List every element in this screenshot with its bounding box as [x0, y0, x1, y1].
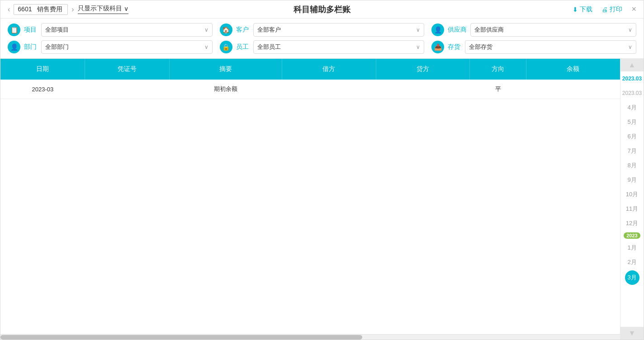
- cell-credit: [376, 80, 470, 99]
- employee-value: 全部员工: [257, 43, 281, 51]
- th-direction: 方向: [470, 59, 526, 80]
- employee-label: 员工: [236, 43, 250, 51]
- table-wrapper[interactable]: 日期 凭证号 摘要 借方 贷方 方向 余额 2023-03: [0, 59, 620, 334]
- sidebar-month-5[interactable]: 5月: [620, 115, 644, 129]
- scrollbar-track: [0, 335, 620, 340]
- sidebar-month-10[interactable]: 10月: [620, 187, 644, 202]
- employee-select[interactable]: 全部员工 ∨: [253, 40, 425, 54]
- supplier-arrow: ∨: [628, 27, 632, 33]
- project-label: 项目: [24, 26, 38, 34]
- cell-date: 2023-03: [0, 80, 85, 99]
- sidebar-month-7[interactable]: 7月: [620, 144, 644, 158]
- filter-supplier: 👤 供应商 全部供应商 ∨: [431, 23, 636, 37]
- next-account-arrow[interactable]: ›: [71, 5, 74, 14]
- filter-project: 📋 项目 全部项目 ∨: [8, 23, 213, 37]
- customer-select[interactable]: 全部客户 ∨: [253, 23, 425, 37]
- table-header: 日期 凭证号 摘要 借方 贷方 方向 余额: [0, 59, 620, 80]
- sidebar-down-arrow[interactable]: ▼: [620, 327, 644, 340]
- department-value: 全部部门: [45, 43, 69, 51]
- th-balance: 余额: [526, 59, 620, 80]
- th-date: 日期: [0, 59, 85, 80]
- print-button[interactable]: 🖨 打印: [601, 5, 622, 14]
- th-debit: 借方: [282, 59, 376, 80]
- sidebar-month-3-container[interactable]: 3月: [620, 269, 644, 286]
- sidebar-month-6[interactable]: 6月: [620, 129, 644, 144]
- download-icon: ⬇: [573, 6, 578, 13]
- th-credit: 贷方: [376, 59, 470, 80]
- account-label: 6601 销售费用: [14, 4, 68, 15]
- supplier-label: 供应商: [448, 26, 467, 34]
- main-window: ‹ 6601 销售费用 › 只显示下级科目 ∨ 科目辅助多栏账 ⬇ 下载 🖨 打…: [0, 0, 644, 340]
- filter-department: 👤 部门 全部部门 ∨: [8, 40, 213, 54]
- sidebar-month-3-active[interactable]: 3月: [625, 270, 639, 285]
- th-voucher: 凭证号: [85, 59, 170, 80]
- sidebar-month-2023-03-top[interactable]: 2023.03: [620, 71, 644, 86]
- project-arrow: ∨: [204, 27, 208, 33]
- project-select[interactable]: 全部项目 ∨: [41, 23, 213, 37]
- filter-employee: 🔒 员工 全部员工 ∨: [220, 40, 425, 54]
- department-label: 部门: [24, 43, 38, 51]
- department-select[interactable]: 全部部门 ∨: [41, 40, 213, 54]
- sidebar-up-arrow[interactable]: ▲: [620, 59, 644, 71]
- download-button[interactable]: ⬇ 下载: [573, 5, 592, 14]
- supplier-value: 全部供应商: [474, 26, 504, 34]
- title-bar-right: ⬇ 下载 🖨 打印 ×: [573, 5, 636, 14]
- inventory-icon: 📥: [431, 41, 444, 53]
- scrollbar-thumb[interactable]: [0, 335, 362, 340]
- sidebar-month-9[interactable]: 9月: [620, 173, 644, 187]
- supplier-icon: 👤: [431, 24, 444, 36]
- employee-icon: 🔒: [220, 41, 232, 53]
- inventory-value: 全部存货: [469, 43, 492, 51]
- filter-row-1: 📋 项目 全部项目 ∨ 🏠 客户 全部客户 ∨ 👤 供应商 全部供应: [8, 23, 636, 37]
- bottom-scrollbar[interactable]: [0, 334, 620, 340]
- sidebar-month-2[interactable]: 2月: [620, 255, 644, 269]
- year-badge: 2023: [624, 232, 640, 239]
- table-area: 日期 凭证号 摘要 借方 贷方 方向 余额 2023-03: [0, 59, 620, 340]
- sidebar-month-1[interactable]: 1月: [620, 241, 644, 255]
- customer-icon: 🏠: [220, 24, 232, 36]
- cell-direction: 平: [470, 80, 526, 99]
- month-sidebar: ▲ 2023.03 2023.03 4月 5月 6月 7月 8月 9月 10月 …: [620, 59, 644, 340]
- filter-bar: 📋 项目 全部项目 ∨ 🏠 客户 全部客户 ∨ 👤 供应商 全部供应: [0, 19, 644, 59]
- filter-customer: 🏠 客户 全部客户 ∨: [220, 23, 425, 37]
- print-icon: 🖨: [601, 6, 608, 13]
- data-table: 日期 凭证号 摘要 借方 贷方 方向 余额 2023-03: [0, 59, 620, 99]
- cell-debit: [282, 80, 376, 99]
- close-button[interactable]: ×: [631, 5, 636, 14]
- sidebar-month-11[interactable]: 11月: [620, 202, 644, 216]
- cell-summary: 期初余额: [170, 80, 282, 99]
- department-icon: 👤: [8, 41, 20, 53]
- customer-value: 全部客户: [257, 26, 281, 34]
- show-sub-dropdown[interactable]: 只显示下级科目 ∨: [78, 5, 128, 14]
- employee-arrow: ∨: [416, 44, 420, 50]
- title-bar-left: ‹ 6601 销售费用 › 只显示下级科目 ∨: [8, 4, 128, 15]
- year-badge-container: 2023: [620, 231, 644, 241]
- sidebar-month-4[interactable]: 4月: [620, 100, 644, 115]
- th-summary: 摘要: [170, 59, 282, 80]
- cell-balance: [526, 80, 620, 99]
- account-code: 6601: [18, 5, 32, 13]
- sidebar-month-2023-03-dup[interactable]: 2023.03: [620, 86, 644, 100]
- filter-inventory: 📥 存货 全部存货 ∨: [431, 40, 636, 54]
- content-area: 日期 凭证号 摘要 借方 贷方 方向 余额 2023-03: [0, 59, 644, 340]
- sidebar-month-12[interactable]: 12月: [620, 216, 644, 231]
- customer-arrow: ∨: [416, 27, 420, 33]
- show-sub-label: 只显示下级科目: [78, 5, 122, 13]
- title-bar: ‹ 6601 销售费用 › 只显示下级科目 ∨ 科目辅助多栏账 ⬇ 下载 🖨 打…: [0, 0, 644, 19]
- department-arrow: ∨: [204, 44, 208, 50]
- prev-account-arrow[interactable]: ‹: [8, 5, 10, 14]
- project-icon: 📋: [8, 24, 20, 36]
- table-row: 2023-03 期初余额 平: [0, 80, 620, 99]
- show-sub-arrow: ∨: [124, 5, 128, 12]
- inventory-arrow: ∨: [628, 44, 632, 50]
- supplier-select[interactable]: 全部供应商 ∨: [470, 23, 636, 37]
- inventory-label: 存货: [448, 43, 461, 51]
- account-name: 销售费用: [37, 5, 62, 13]
- sidebar-month-8[interactable]: 8月: [620, 158, 644, 173]
- table-body: 2023-03 期初余额 平: [0, 80, 620, 99]
- filter-row-2: 👤 部门 全部部门 ∨ 🔒 员工 全部员工 ∨ 📥 存货 全部存货: [8, 40, 636, 54]
- inventory-select[interactable]: 全部存货 ∨: [465, 40, 636, 54]
- project-value: 全部项目: [45, 26, 69, 34]
- page-title: 科目辅助多栏账: [294, 4, 350, 15]
- cell-voucher: [85, 80, 170, 99]
